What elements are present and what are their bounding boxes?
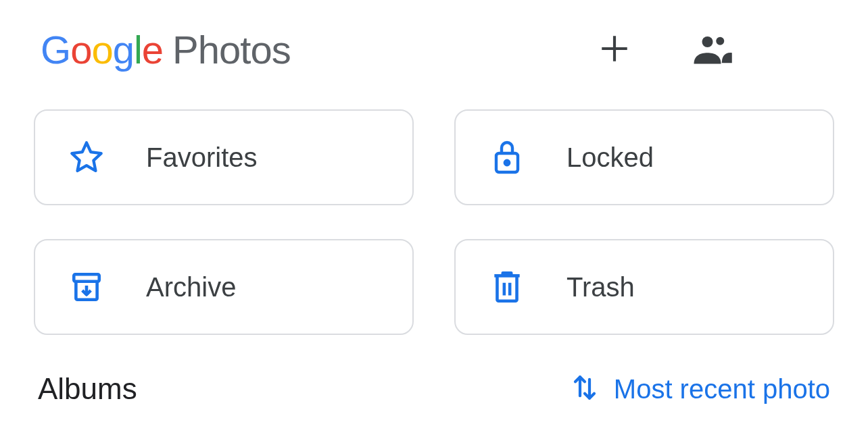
trash-tile[interactable]: Trash [454,239,834,335]
locked-label: Locked [566,142,654,173]
svg-point-2 [702,36,713,47]
trash-icon [488,269,526,305]
sort-label: Most recent photo [614,374,830,404]
sort-button[interactable]: Most recent photo [571,372,830,406]
svg-rect-7 [74,274,99,281]
library-tiles: Favorites Locked Archive [34,109,834,335]
archive-tile[interactable]: Archive [34,239,414,335]
svg-marker-4 [72,142,101,171]
header: Google Photos [34,27,834,72]
favorites-tile[interactable]: Favorites [34,109,414,205]
sort-icon [571,372,599,406]
svg-point-3 [716,36,724,45]
locked-tile[interactable]: Locked [454,109,834,205]
add-icon[interactable] [598,32,631,68]
albums-title: Albums [38,372,137,406]
lock-icon [488,138,526,176]
svg-point-6 [505,161,509,165]
app-logo-suffix: Photos [172,27,291,72]
albums-section-header: Albums Most recent photo [34,372,834,406]
star-icon [68,140,105,175]
archive-label: Archive [146,272,236,303]
people-icon[interactable] [692,32,733,68]
favorites-label: Favorites [146,142,258,173]
trash-label: Trash [566,272,635,303]
app-logo: Google Photos [41,27,291,72]
header-actions [598,32,733,68]
archive-icon [68,270,105,304]
